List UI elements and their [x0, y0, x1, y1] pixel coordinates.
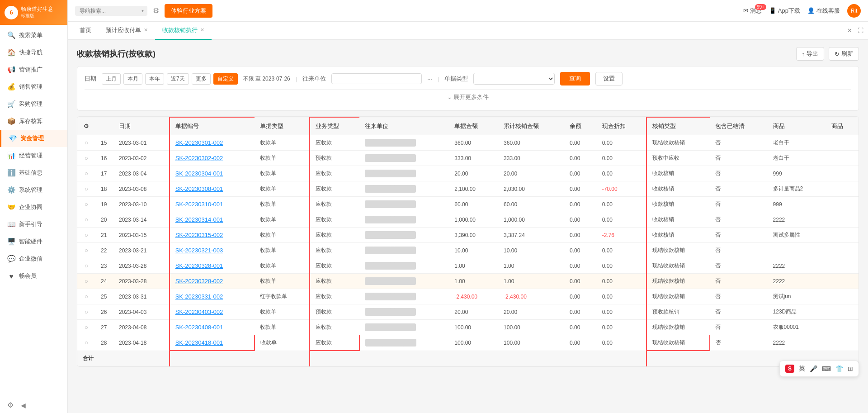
nav-search-input[interactable]: [75, 6, 147, 16]
sougou-icon[interactable]: S: [785, 365, 794, 373]
date-btn-上月[interactable]: 上月: [102, 73, 121, 85]
docno-link[interactable]: SK-20230302-002: [175, 155, 223, 161]
sidebar-item-purchase[interactable]: 🛒采购管理: [0, 95, 67, 113]
tab-close-icon[interactable]: ✕: [144, 27, 148, 33]
sidebar-item-finance[interactable]: 💎资金管理: [0, 130, 67, 147]
cell-cashdiscount: 0.00: [597, 135, 646, 151]
sidebar-item-marketing[interactable]: 📢营销推广: [0, 61, 67, 78]
cell-gear[interactable]: ○: [77, 166, 95, 181]
tab-expand-icon[interactable]: ⛶: [858, 27, 863, 34]
settings-button[interactable]: 设置: [595, 72, 623, 85]
docno-link[interactable]: SK-20230315-002: [175, 232, 223, 238]
main-content: ▾ ⚙ 体验行业方案 ✉ 消息 99+ 📱 App下载 👤 在线客服 Rit 首…: [68, 0, 868, 413]
sidebar-item-guide[interactable]: 📖新手引导: [0, 216, 67, 233]
docno-link[interactable]: SK-20230301-002: [175, 139, 223, 146]
sidebar-item-stock[interactable]: 📦库存核算: [0, 113, 67, 130]
docno-link[interactable]: SK-20230408-001: [175, 324, 223, 331]
cell-gear[interactable]: ○: [77, 335, 95, 351]
date-btn-custom[interactable]: 自定义: [213, 73, 238, 85]
col-verifytype[interactable]: 核销类型: [646, 117, 710, 135]
tab-首页[interactable]: 首页: [72, 22, 99, 40]
col-goods[interactable]: 商品: [768, 117, 826, 135]
topbar-gear-icon[interactable]: ⚙: [153, 6, 159, 15]
message-button[interactable]: ✉ 消息 99+: [743, 7, 762, 15]
sougou-text-icon[interactable]: 英: [799, 365, 805, 373]
date-btn-近7天[interactable]: 近7天: [167, 73, 189, 85]
partner-input[interactable]: [331, 73, 422, 84]
cell-gear[interactable]: ○: [77, 151, 95, 166]
sidebar-item-wechat[interactable]: 💬企业微信: [0, 250, 67, 267]
tab-预计应收付单[interactable]: 预计应收付单✕: [99, 22, 155, 40]
sidebar-item-corp[interactable]: 🤝企业协同: [0, 199, 67, 216]
col-goods2[interactable]: 商品: [826, 117, 859, 135]
cell-gear[interactable]: ○: [77, 289, 95, 304]
tab-close-icon[interactable]: ✕: [200, 27, 204, 33]
date-btn-更多[interactable]: 更多: [192, 73, 211, 85]
app-download-button[interactable]: 📱 App下载: [769, 7, 800, 15]
cell-gear[interactable]: ○: [77, 135, 95, 151]
cell-gear[interactable]: ○: [77, 181, 95, 197]
keyboard-icon[interactable]: ⌨: [822, 365, 831, 372]
cell-gear[interactable]: ○: [77, 320, 95, 335]
col-incleared[interactable]: 包含已结清: [710, 117, 767, 135]
col-partner[interactable]: 往来单位: [359, 117, 449, 135]
docno-link[interactable]: SK-20230304-001: [175, 170, 223, 177]
cell-gear[interactable]: ○: [77, 243, 95, 258]
col-biztype[interactable]: 业务类型: [310, 117, 359, 135]
docno-link[interactable]: SK-20230403-002: [175, 309, 223, 315]
col-amount[interactable]: 单据金额: [449, 117, 498, 135]
col-doctype[interactable]: 单据类型: [255, 117, 310, 135]
sidebar-item-basic[interactable]: ℹ️基础信息: [0, 164, 67, 181]
user-avatar[interactable]: Rit: [847, 4, 861, 18]
plan-button[interactable]: 体验行业方案: [165, 4, 212, 18]
docno-link[interactable]: SK-20230321-003: [175, 247, 223, 254]
date-btn-本年[interactable]: 本年: [145, 73, 164, 85]
col-docno[interactable]: 单据编号: [170, 117, 255, 135]
cell-cumverify: 100.00: [498, 335, 564, 351]
partner-more[interactable]: ···: [427, 76, 432, 82]
cell-gear[interactable]: ○: [77, 304, 95, 320]
col-cumverify[interactable]: 累计核销金额: [498, 117, 564, 135]
query-button[interactable]: 查询: [560, 72, 590, 85]
col-balance[interactable]: 余额: [564, 117, 597, 135]
service-button[interactable]: 👤 在线客服: [807, 7, 840, 15]
cell-goods: 123D商品: [768, 304, 826, 320]
cell-gear[interactable]: ○: [77, 197, 95, 212]
doctype-select[interactable]: [473, 73, 555, 85]
sidebar-item-hardware[interactable]: 🖥️智能硬件: [0, 233, 67, 250]
col-date[interactable]: 日期: [113, 117, 170, 135]
mic-icon[interactable]: 🎤: [810, 365, 817, 372]
refresh-button[interactable]: ↻ 刷新: [829, 47, 859, 61]
sidebar-item-system[interactable]: ⚙️系统管理: [0, 181, 67, 199]
sidebar-item-sales[interactable]: 💰销售管理: [0, 78, 67, 95]
tab-close-all-icon[interactable]: ✕: [847, 27, 852, 34]
sidebar-item-member[interactable]: ♥畅会员: [0, 267, 67, 285]
col-cashdiscount[interactable]: 现金折扣: [597, 117, 646, 135]
sidebar-settings-icon[interactable]: ⚙: [7, 401, 14, 409]
sidebar-item-search[interactable]: 🔍搜索菜单: [0, 27, 67, 44]
date-btn-本月[interactable]: 本月: [123, 73, 142, 85]
shirt-icon[interactable]: 👕: [835, 365, 843, 372]
docno-link[interactable]: SK-20230308-001: [175, 185, 223, 192]
cell-gear[interactable]: ○: [77, 212, 95, 228]
cell-gear[interactable]: ○: [77, 228, 95, 243]
expand-more-btn[interactable]: ⌄ 展开更多条件: [85, 89, 851, 105]
cell-gear[interactable]: ○: [77, 258, 95, 274]
grid-icon[interactable]: ⊞: [848, 365, 853, 372]
cell-partner: ████████: [359, 304, 449, 320]
cell-goods2: [826, 166, 859, 181]
sidebar-item-quicknav[interactable]: 🏠快捷导航: [0, 44, 67, 61]
col-gear[interactable]: ⚙: [77, 117, 95, 135]
docno-link[interactable]: SK-20230331-002: [175, 293, 223, 300]
sidebar-collapse-icon[interactable]: ◀: [21, 402, 26, 409]
docno-link[interactable]: SK-20230328-001: [175, 262, 223, 269]
docno-link[interactable]: SK-20230328-002: [175, 278, 223, 285]
docno-link[interactable]: SK-20230310-001: [175, 201, 223, 208]
export-button[interactable]: ↑ 导出: [796, 47, 825, 61]
sidebar-item-operation[interactable]: 📊经营管理: [0, 147, 67, 164]
message-icon: ✉: [743, 7, 748, 14]
cell-gear[interactable]: ○: [77, 274, 95, 289]
docno-link[interactable]: SK-20230418-001: [175, 339, 223, 346]
docno-link[interactable]: SK-20230314-001: [175, 216, 223, 223]
tab-收款核销执行[interactable]: 收款核销执行✕: [155, 22, 212, 40]
